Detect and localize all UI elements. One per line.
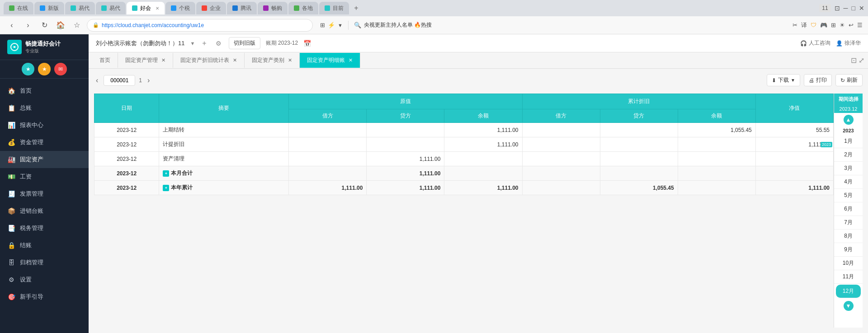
browser-tab-1[interactable]: 在线 [4,2,33,14]
print-button[interactable]: 🖨 打印 [804,74,832,86]
browser-tab-7[interactable]: 企业 [196,2,226,14]
browser-tab-5[interactable]: 好会 ✕ [127,2,165,14]
tab-favicon-9 [263,5,269,11]
tab-close-asset-category[interactable]: ✕ [288,57,292,63]
address-input[interactable]: 🔒 https://cloud.chanjet.com/accounting/u… [87,19,313,32]
sidebar-item-closing[interactable]: 🔒 结账 [0,237,89,254]
tab-depreciation-stats[interactable]: 固定资产折旧统计表 ✕ [173,53,245,68]
period-month-7[interactable]: 7月 [834,216,863,230]
tab-asset-detail[interactable]: 固定资产明细账 ✕ [300,53,360,68]
period-month-10[interactable]: 10月 [834,257,863,270]
account-name[interactable]: 刘小艳演示账套（勿删勿动！）11 [96,39,184,47]
bookmark-button[interactable]: ☆ [71,19,83,32]
period-down-icon[interactable]: ▼ [844,301,854,311]
sidebar-top-icon-3[interactable]: ✉ [54,63,67,75]
close-window-icon[interactable]: ✕ [859,5,864,12]
translate-icon[interactable]: 译 [801,21,807,29]
period-month-6[interactable]: 6月 [834,202,863,216]
service-button[interactable]: 🎧 人工咨询 [800,39,830,47]
sidebar-item-payroll[interactable]: 💵 工资 [0,168,89,185]
period-down-button[interactable]: ▼ [834,299,863,313]
dropdown-arrow[interactable]: ▼ [338,23,343,28]
tab-close-fixed-assets-mgmt[interactable]: ✕ [161,57,165,63]
tab-close-depreciation-stats[interactable]: ✕ [233,57,237,63]
user-button[interactable]: 👤 徐泽华 [836,39,861,47]
new-tab-button[interactable]: + [350,2,363,14]
tab-expand-icon[interactable]: ⤢ [859,56,864,65]
browser-tab-3[interactable]: 易代 [65,2,95,14]
apps-icon[interactable]: ⊞ [831,22,836,28]
minimize-icon[interactable]: ─ [844,5,848,12]
switch-version-button[interactable]: 切到旧版 [229,37,260,49]
table-period-container: 日期 摘要 原值 累计折旧 净值 借方 贷方 余额 [94,94,863,328]
sidebar-item-settings[interactable]: ⚙ 设置 [0,271,89,288]
game-icon[interactable]: 🎮 [820,22,827,28]
browser-tab-11[interactable]: 目前 [319,2,349,14]
browser-tab-4[interactable]: 易代 [96,2,126,14]
period-month-9[interactable]: 9月 [834,243,863,257]
tab-fixed-assets-mgmt[interactable]: 固定资产管理 ✕ [118,53,173,68]
refresh-button[interactable]: ↻ 刷新 [835,74,863,86]
reload-button[interactable]: ↻ [38,19,51,32]
settings-gear-icon[interactable]: ⚙ [214,40,223,47]
period-month-5[interactable]: 5月 [834,189,863,202]
browser-tab-9[interactable]: 畅购 [258,2,288,14]
sidebar-item-archive[interactable]: 🗄 归档管理 [0,254,89,271]
browser-tab-8[interactable]: 腾讯 [227,2,257,14]
sidebar-label-payroll: 工资 [20,173,32,181]
tab-collapse-icon[interactable]: ⊡ [851,56,857,65]
home-button[interactable]: 🏠 [54,19,67,32]
lightning-icon[interactable]: ⚡ [328,22,335,28]
sidebar-item-home[interactable]: 🏠 首页 [0,82,89,99]
sidebar-item-fixed-assets[interactable]: 🏭 固定资产 [0,151,89,168]
period-month-12[interactable]: 12月 [836,285,861,298]
page-prev-button[interactable]: ‹ [94,76,100,84]
maximize-icon[interactable]: □ [852,5,855,12]
sidebar: 畅捷通好会计 专业版 ★ ★ ✉ 🏠 首页 📋 总账 [0,34,89,333]
download-icon: ⬇ [772,77,776,84]
page-next-button[interactable]: › [146,76,151,84]
sidebar-item-inventory[interactable]: 📦 进销台账 [0,202,89,220]
tab-close-5[interactable]: ✕ [156,6,159,11]
period-up-icon[interactable]: ▲ [844,115,854,125]
menu-icon[interactable]: ☰ [857,22,863,28]
period-month-3[interactable]: 3月 [834,162,863,175]
shield-icon[interactable]: 🛡 [811,22,816,28]
tab-close-asset-detail[interactable]: ✕ [349,57,353,63]
period-month-8[interactable]: 8月 [834,230,863,243]
sidebar-item-guide[interactable]: 🎯 新手引导 [0,288,89,305]
sidebar-item-ledger[interactable]: 📋 总账 [0,99,89,117]
download-dropdown-icon[interactable]: ▼ [791,78,795,83]
sun-icon[interactable]: ☀ [840,22,845,28]
restore-icon[interactable]: ⊡ [835,5,840,12]
undo-icon[interactable]: ↩ [849,22,854,28]
forward-button[interactable]: › [22,19,34,32]
period-month-2[interactable]: 2月 [834,148,863,162]
sidebar-top-icon-1[interactable]: ★ [22,63,34,75]
period-month-11[interactable]: 11月 [834,270,863,284]
back-button[interactable]: ‹ [5,19,18,32]
sidebar-item-tax[interactable]: 📑 税务管理 [0,220,89,237]
period-year-label: 2023 [834,127,863,135]
download-button[interactable]: ⬇ 下载 ▼ [767,74,800,86]
sidebar-top-icon-2[interactable]: ★ [38,63,51,75]
period-up-button[interactable]: ▲ [834,113,863,127]
browser-tab-2[interactable]: 新版 [34,2,64,14]
browser-tab-10[interactable]: 各地 [288,2,318,14]
calendar-icon[interactable]: 📅 [303,40,311,47]
period-month-4[interactable]: 4月 [834,175,863,189]
tab-home[interactable]: 首页 [92,53,118,68]
browser-tab-6[interactable]: 个税 [165,2,195,14]
page-number-input[interactable] [104,75,135,86]
logo-title: 畅捷通好会计 [25,40,61,48]
sidebar-item-invoice[interactable]: 🧾 发票管理 [0,185,89,202]
dropdown-arrow-account[interactable]: ▼ [190,41,195,46]
sidebar-item-reports[interactable]: 📊 报表中心 [0,117,89,134]
sidebar-item-funds[interactable]: 💰 资金管理 [0,134,89,151]
tab-asset-category[interactable]: 固定资产类别 ✕ [245,53,300,68]
cell-orig-balance-1: 1,111.00 [444,123,522,137]
period-month-1[interactable]: 1月 [834,135,863,148]
grid-icon[interactable]: ⊞ [320,22,325,28]
add-account-button[interactable]: + [200,39,208,47]
scissors-icon[interactable]: ✂ [793,22,797,28]
